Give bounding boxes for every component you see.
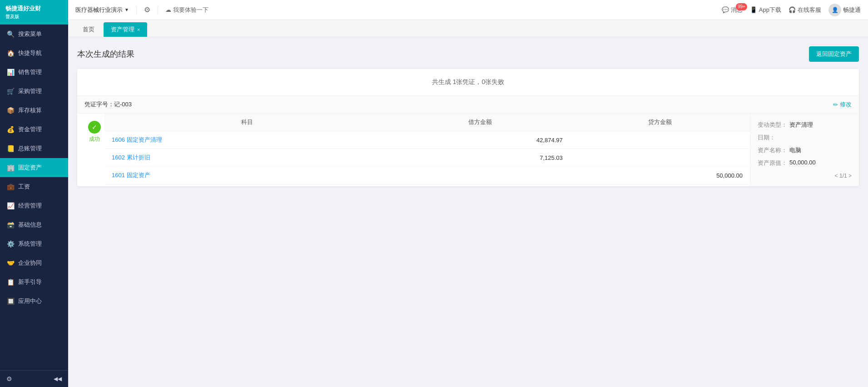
row-subject: 1602 累计折旧 [104, 149, 390, 167]
return-button[interactable]: 返回固定资产 [809, 46, 859, 62]
experience-button[interactable]: ☁ 我要体验一下 [165, 6, 208, 14]
voucher-table: 科目 借方金额 贷方金额 1606 固定资产清理 42,874.97 1602 … [104, 114, 750, 184]
col-header-subject: 科目 [104, 114, 390, 131]
nav-icon: 🛒 [6, 88, 15, 95]
edit-icon: ✏ [833, 101, 838, 108]
sidebar-item-资金管理[interactable]: 💰资金管理 [0, 120, 68, 139]
nav-label: 库存核算 [18, 106, 42, 114]
cloud-icon: ☁ [165, 6, 171, 13]
online-service-button[interactable]: 🎧 在线客服 [789, 6, 821, 14]
row-credit [570, 149, 750, 167]
nav-icon: 🔍 [6, 30, 15, 38]
sidebar-item-库存核算[interactable]: 📦库存核算 [0, 101, 68, 120]
collapse-icon[interactable]: ◀◀ [54, 376, 62, 382]
sidebar-item-企业协同[interactable]: 🤝企业协同 [0, 253, 68, 273]
sidebar-item-搜索菜单[interactable]: 🔍搜索菜单 [0, 25, 68, 44]
dropdown-icon: ▼ [124, 7, 129, 12]
nav-label: 总账管理 [18, 144, 42, 153]
asset-value-value: 50,000.00 [789, 159, 816, 167]
nav-icon: 🏠 [6, 50, 15, 57]
nav-icon: 📋 [6, 278, 15, 286]
message-icon: 💬 [722, 6, 729, 13]
nav-icon: 💼 [6, 183, 15, 190]
table-wrapper: 科目 借方金额 贷方金额 1606 固定资产清理 42,874.97 1602 … [104, 114, 750, 186]
headset-icon: 🎧 [789, 6, 796, 13]
app-download-button[interactable]: 📱 App下载 [750, 6, 781, 14]
sidebar-nav: 🔍搜索菜单🏠快捷导航📊销售管理🛒采购管理📦库存核算💰资金管理📒总账管理🏢固定资产… [0, 25, 68, 311]
result-summary: 共生成 1张凭证，0张失败 [77, 69, 859, 96]
sidebar-item-销售管理[interactable]: 📊销售管理 [0, 63, 68, 82]
col-header-credit: 贷方金额 [570, 114, 750, 131]
asset-value-label: 资产原值： [758, 159, 789, 167]
voucher-body: ✓ 成功 科目 借方金额 贷方金额 [77, 114, 859, 186]
nav-label: 基础信息 [18, 221, 42, 229]
nav-label: 新手引导 [18, 278, 42, 286]
row-credit: 50,000.00 [570, 167, 750, 184]
tabbar: 首页 资产管理 × [68, 20, 868, 37]
tab-asset-management[interactable]: 资产管理 × [104, 22, 147, 37]
settings-button[interactable]: ⚙ [144, 5, 150, 14]
change-type-value: 资产清理 [789, 121, 813, 129]
voucher-number: 凭证字号：记-003 [84, 100, 132, 109]
nav-label: 应用中心 [18, 297, 42, 305]
summary-text: 共生成 1张凭证，0张失败 [432, 78, 504, 85]
sidebar-item-基础信息[interactable]: 🗃️基础信息 [0, 215, 68, 234]
nav-label: 经营管理 [18, 202, 42, 210]
nav-icon: 🔲 [6, 298, 15, 305]
user-area[interactable]: 👤 畅捷通 [828, 4, 861, 16]
nav-label: 固定资产 [18, 164, 42, 172]
nav-icon: 🤝 [6, 259, 15, 267]
nav-icon: 💰 [6, 126, 15, 133]
settings-icon[interactable]: ⚙ [6, 375, 12, 382]
status-cell: ✓ 成功 [77, 114, 104, 143]
side-date: 日期： [758, 134, 852, 142]
row-subject: 1601 固定资产 [104, 167, 390, 184]
topbar-divider [136, 5, 137, 15]
table-row: 1601 固定资产 50,000.00 [104, 167, 750, 184]
main-container: 医疗器械行业演示 ▼ ⚙ ☁ 我要体验一下 💬 消息 99+ 📱 App下载 🎧… [68, 0, 868, 387]
company-selector[interactable]: 医疗器械行业演示 ▼ [75, 6, 129, 14]
sidebar-item-经营管理[interactable]: 📈经营管理 [0, 196, 68, 215]
sidebar-item-工资[interactable]: 💼工资 [0, 177, 68, 196]
app-logo: 畅捷通好业财 普及版 [0, 0, 68, 25]
experience-label: 我要体验一下 [173, 6, 208, 14]
table-row: 1606 固定资产清理 42,874.97 [104, 131, 750, 149]
page-info: 1/1 [839, 173, 848, 179]
user-name: 畅捷通 [843, 6, 861, 14]
side-panel: 变动类型： 资产清理 日期： 资产名称： 电脑 [750, 114, 859, 186]
messages-button[interactable]: 💬 消息 99+ [722, 6, 743, 14]
nav-label: 搜索菜单 [18, 30, 42, 38]
change-type-label: 变动类型： [758, 121, 789, 129]
sidebar-item-新手引导[interactable]: 📋新手引导 [0, 273, 68, 292]
nav-icon: 📦 [6, 107, 15, 114]
sidebar-item-快捷导航[interactable]: 🏠快捷导航 [0, 44, 68, 63]
sidebar-item-应用中心[interactable]: 🔲应用中心 [0, 292, 68, 311]
pagination[interactable]: < 1/1 > [758, 173, 852, 179]
sidebar-item-总账管理[interactable]: 📒总账管理 [0, 139, 68, 158]
sidebar-item-固定资产[interactable]: 🏢固定资产 [0, 158, 68, 177]
success-label: 成功 [89, 135, 100, 143]
row-debit: 42,874.97 [390, 131, 570, 149]
next-page-icon[interactable]: > [848, 173, 852, 179]
nav-icon: 🗃️ [6, 221, 15, 228]
edit-button[interactable]: ✏ 修改 [833, 100, 852, 109]
tab-close-icon[interactable]: × [137, 27, 140, 32]
app-name: 畅捷通好业财 [5, 5, 41, 13]
sidebar-item-系统管理[interactable]: ⚙️系统管理 [0, 234, 68, 253]
nav-label: 快捷导航 [18, 49, 42, 57]
nav-icon: 📈 [6, 202, 15, 209]
nav-label: 系统管理 [18, 240, 42, 248]
row-debit: 7,125.03 [390, 149, 570, 167]
sidebar-item-采购管理[interactable]: 🛒采购管理 [0, 82, 68, 101]
table-row: 1602 累计折旧 7,125.03 [104, 149, 750, 167]
prev-page-icon[interactable]: < [835, 173, 838, 179]
company-name: 医疗器械行业演示 [75, 6, 123, 14]
topbar-right: 💬 消息 99+ 📱 App下载 🎧 在线客服 👤 畅捷通 [722, 4, 861, 16]
page-header: 本次生成的结果 返回固定资产 [77, 46, 859, 62]
app-download-label: App下载 [759, 6, 781, 14]
nav-icon: ⚙️ [6, 240, 15, 248]
page-content: 本次生成的结果 返回固定资产 共生成 1张凭证，0张失败 凭证字号：记-003 … [68, 37, 868, 387]
voucher-header: 凭证字号：记-003 ✏ 修改 [77, 96, 859, 114]
nav-label: 采购管理 [18, 87, 42, 95]
tab-home[interactable]: 首页 [75, 22, 102, 37]
